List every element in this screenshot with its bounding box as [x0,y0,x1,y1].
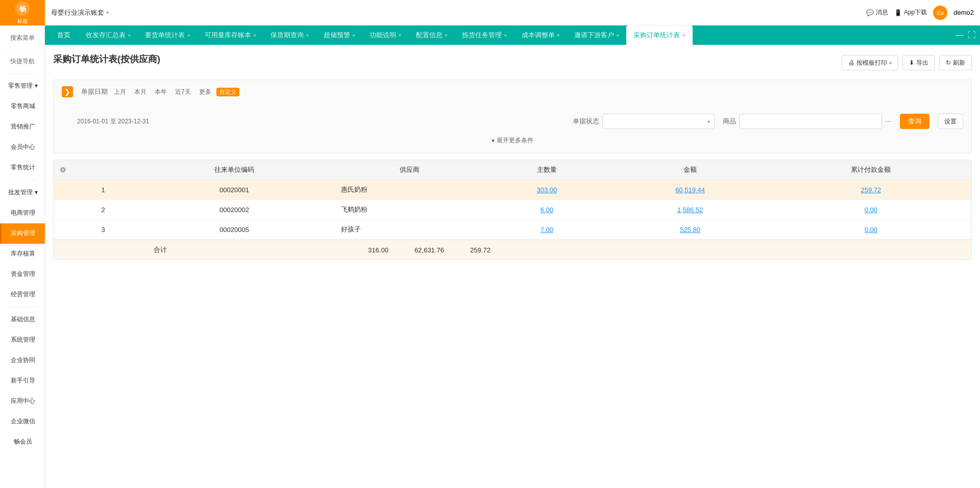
filter-status-item: 单据状态 ▾ [573,114,715,129]
sidebar-item-ecommerce[interactable]: 电商管理 [0,203,45,223]
date-btn-this-month[interactable]: 本月 [131,87,150,97]
table-row[interactable]: 2 00020002 飞鹤奶粉 6.00 1,586.52 0.00 [54,200,971,220]
sidebar-item-retail-shop[interactable]: 零售商城 [0,96,45,117]
workspace-dropdown-icon: ▾ [106,10,109,15]
amount-link[interactable]: 525.80 [680,226,700,234]
date-btn-more[interactable]: 更多 [196,87,214,97]
row-settings-cell [54,220,72,240]
tab-window-controls: — ⛶ [955,31,976,39]
sidebar-item-enterprise[interactable]: 企业协同 [0,350,45,371]
sidebar-item-retail-mgmt[interactable]: 零售管理 ▾ [0,76,45,96]
tab-close-icon[interactable]: × [352,32,355,38]
table-gear-icon[interactable]: ⚙ [60,166,66,174]
table-body: 1 00020001 惠氏奶粉 303.00 60,519.44 259.72 … [54,180,971,240]
sidebar-divider-3 [7,307,38,307]
tab-warranty[interactable]: 保质期查询 × [263,25,316,45]
sidebar-item-operations[interactable]: 经营管理 [0,285,45,305]
tab-overstock[interactable]: 超储预警 × [316,25,362,45]
topnav: 母婴行业演示账套 ▾ 💬 消息 📱 App下载 Ea demo2 [45,0,980,25]
export-icon: ⬇ [909,59,914,66]
sidebar-logo-text: 标题 [17,18,28,25]
tab-cost-adjust[interactable]: 成本调整单 × [514,25,567,45]
sidebar-item-basic-info[interactable]: 基础信息 [0,310,45,330]
filter-goods-more-icon[interactable]: ··· [885,117,892,126]
paid-amount-link[interactable]: 0.00 [865,206,877,214]
sidebar-item-label: 新手引导 [11,377,35,385]
tab-function-desc[interactable]: 功能说明 × [362,25,408,45]
sidebar-item-finance[interactable]: 资金管理 [0,264,45,285]
export-btn[interactable]: ⬇ 导出 [902,55,935,70]
refresh-btn[interactable]: ↻ 刷新 [939,55,972,70]
tab-available-stock[interactable]: 可用量库存账本 × [198,25,263,45]
sidebar-item-label: 企业协同 [11,356,35,365]
row-paid-amount: 0.00 [771,200,971,220]
main-qty-link[interactable]: 7.00 [541,226,553,234]
filter-expand-label: 展开更多条件 [497,136,533,145]
sidebar-item-marketing[interactable]: 营销推广 [0,117,45,137]
sidebar-item-label: 应用中心 [11,397,35,405]
filter-bar: ❯ 单据日期 上月 本月 本年 近7天 更多 自定义 2016-01-01 至 … [53,80,972,153]
row-main-qty: 6.00 [484,200,610,220]
tab-purchase-stats[interactable]: 采购订单统计表 × [626,25,692,45]
sidebar-item-member2[interactable]: 畅会员 [0,432,45,452]
filter-toggle-btn[interactable]: ❯ [62,86,73,97]
message-btn[interactable]: 💬 消息 [866,8,888,17]
print-btn[interactable]: 🖨 按模板打印 ▾ [842,55,898,70]
sidebar-quick-nav[interactable]: 快捷导航 [0,51,45,71]
export-label: 导出 [916,59,928,67]
paid-amount-link[interactable]: 0.00 [865,226,877,234]
main-qty-link[interactable]: 303.00 [537,186,557,194]
sidebar-item-purchase[interactable]: 采购管理 [0,223,45,244]
tab-goods-stats[interactable]: 要货单统计表 × [138,25,197,45]
tab-close-icon[interactable]: × [504,32,507,38]
query-btn[interactable]: 查询 [900,114,929,129]
sidebar-item-inventory[interactable]: 库存核算 [0,244,45,264]
workspace-selector[interactable]: 母婴行业演示账套 ▾ [51,8,109,17]
tab-close-icon[interactable]: × [253,32,256,38]
app-download-btn[interactable]: 📱 App下载 [894,8,927,17]
table-row[interactable]: 3 00020005 好孩子 7.00 525.80 0.00 [54,220,971,240]
tab-close-icon[interactable]: × [682,32,685,38]
tab-collapse-btn[interactable]: — [955,31,964,39]
sidebar-item-newbie[interactable]: 新手引导 [0,371,45,391]
amount-link[interactable]: 60,519.44 [675,186,705,194]
tab-close-icon[interactable]: × [306,32,309,38]
tab-receive-send[interactable]: 收发存汇总表 × [79,25,138,45]
tab-config-info[interactable]: 配置信息 × [409,25,455,45]
tab-close-icon[interactable]: × [398,32,401,38]
paid-amount-link[interactable]: 259.72 [861,186,881,194]
svg-text:畅: 畅 [19,5,26,13]
page-content: 采购订单统计表(按供应商) 🖨 按模板打印 ▾ ⬇ 导出 ↻ 刷新 [45,45,980,488]
tab-home[interactable]: 首页 [49,25,79,45]
date-btn-last-month[interactable]: 上月 [111,87,129,97]
sidebar-item-corp-wechat[interactable]: 企业微信 [0,412,45,432]
amount-link[interactable]: 1,586.52 [677,206,703,214]
tab-close-icon[interactable]: × [128,32,131,38]
tab-close-icon[interactable]: × [557,32,560,38]
sidebar-item-wholesale[interactable]: 批发管理 ▾ [0,183,45,203]
filter-goods-input[interactable] [739,114,882,129]
tab-label: 可用量库存账本 [205,31,251,40]
sidebar-item-system[interactable]: 系统管理 [0,330,45,350]
filter-status-select[interactable]: ▾ [602,114,715,129]
user-avatar[interactable]: Ea [933,6,947,20]
sidebar-item-members[interactable]: 会员中心 [0,137,45,158]
filter-expand-btn[interactable]: ▾ 展开更多条件 [487,134,537,147]
settings-btn[interactable]: 设置 [938,114,963,129]
tab-pick-task[interactable]: 拣货任务管理 × [455,25,514,45]
th-supplier-name: 供应商 [335,160,484,180]
tab-close-icon[interactable]: × [187,32,190,38]
sidebar-item-retail-stats[interactable]: 零售统计 [0,158,45,178]
tab-close-icon[interactable]: × [616,32,619,38]
date-custom-badge[interactable]: 自定义 [216,88,239,96]
sidebar-item-app-center[interactable]: 应用中心 [0,391,45,412]
date-btn-this-year[interactable]: 本年 [152,87,170,97]
tab-invite-downstream[interactable]: 邀请下游客户 × [567,25,626,45]
tab-close-icon[interactable]: × [445,32,448,38]
main-qty-link[interactable]: 6.00 [541,206,553,214]
filter-goods-label: 商品 [723,117,736,126]
table-row[interactable]: 1 00020001 惠氏奶粉 303.00 60,519.44 259.72 [54,180,971,200]
tab-expand-btn[interactable]: ⛶ [968,31,976,39]
sidebar-search-btn[interactable]: 搜索菜单 [0,25,45,51]
date-btn-7days[interactable]: 近7天 [172,87,194,97]
